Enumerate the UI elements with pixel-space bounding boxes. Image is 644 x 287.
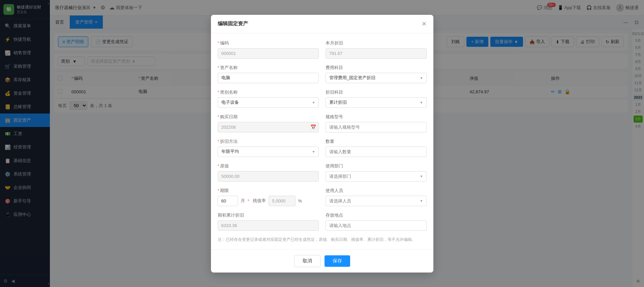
form-col-asset-name: * 资产名称 (218, 65, 319, 83)
period-unit-label: 月 (241, 198, 245, 204)
modal-header: 编辑固定资产 ✕ (211, 15, 433, 33)
quantity-input[interactable] (326, 147, 427, 157)
modal-overlay: 编辑固定资产 ✕ * 编码 本月折旧 (0, 0, 644, 287)
opening-accum-label: 期初累计折旧 (218, 212, 319, 218)
department-select[interactable] (326, 171, 427, 182)
form-col-period-residual: * 期限 月 * 残值率 % (218, 188, 319, 206)
category-label: * 类别名称 (218, 89, 319, 95)
code-label: * 编码 (218, 40, 319, 46)
edit-asset-modal: 编辑固定资产 ✕ * 编码 本月折旧 (211, 15, 433, 273)
depre-subject-label: 折旧科目 (326, 89, 427, 95)
location-input[interactable] (326, 220, 427, 231)
purchase-date-wrap: 📅 (218, 122, 319, 132)
form-row-3: * 类别名称 折旧科目 (218, 89, 427, 108)
form-col-code: * 编码 (218, 40, 319, 59)
form-col-quantity: 数量 (326, 138, 427, 157)
form-col-spec: 规格型号 (326, 114, 427, 132)
location-label: 存放地点 (326, 212, 427, 218)
monthly-depre-input[interactable] (326, 48, 427, 59)
residual-rate-input[interactable] (269, 196, 296, 206)
depre-subject-select-wrap (326, 97, 427, 108)
quantity-label: 数量 (326, 138, 427, 145)
form-col-depre-subject: 折旧科目 (326, 89, 427, 108)
modal-note: 注：已经存在变更记录或者对应固定资产已经生成凭证，原值、购买日期、残值率、累计折… (218, 237, 427, 243)
residual-rate-unit: % (298, 198, 302, 203)
form-row-2: * 资产名称 费用科目 (218, 65, 427, 83)
opening-accum-input[interactable] (218, 220, 319, 231)
modal-footer: 取消 保存 (211, 249, 433, 273)
residual-rate-required: * (248, 198, 249, 203)
form-col-location: 存放地点 (326, 212, 427, 231)
form-col-monthly-depre: 本月折旧 (326, 40, 427, 59)
calendar-icon[interactable]: 📅 (310, 124, 316, 130)
period-input[interactable] (218, 196, 238, 206)
form-col-category: * 类别名称 (218, 89, 319, 108)
purchase-date-label: * 购买日期 (218, 114, 319, 120)
expense-subject-select[interactable] (326, 73, 427, 83)
original-value-input[interactable] (218, 171, 319, 182)
form-col-purchase-date: * 购买日期 📅 (218, 114, 319, 132)
save-button[interactable]: 保存 (325, 255, 350, 267)
expense-subject-label: 费用科目 (326, 65, 427, 71)
department-label: 使用部门 (326, 163, 427, 169)
form-row-8: 期初累计折旧 存放地点 (218, 212, 427, 231)
form-row-6: * 原值 使用部门 (218, 163, 427, 182)
depre-method-select-wrap (218, 147, 319, 157)
department-select-wrap (326, 171, 427, 182)
expense-subject-select-wrap (326, 73, 427, 83)
code-input[interactable] (218, 48, 319, 59)
form-col-expense-subject: 费用科目 (326, 65, 427, 83)
person-select-wrap (326, 196, 427, 206)
monthly-depre-label: 本月折旧 (326, 40, 427, 46)
person-select[interactable] (326, 196, 427, 206)
depre-subject-select[interactable] (326, 97, 427, 108)
spec-input[interactable] (326, 122, 427, 132)
form-col-depre-method: * 折旧方法 (218, 138, 319, 157)
depre-method-label: * 折旧方法 (218, 138, 319, 145)
form-col-person: 使用人员 (326, 188, 427, 206)
modal-body: * 编码 本月折旧 * 资产名称 (211, 33, 433, 249)
original-value-label: * 原值 (218, 163, 319, 169)
category-select[interactable] (218, 97, 319, 108)
modal-title: 编辑固定资产 (218, 21, 248, 27)
depre-method-select[interactable] (218, 147, 319, 157)
purchase-date-input[interactable] (218, 122, 319, 132)
period-label: * 期限 (218, 188, 319, 194)
asset-name-input[interactable] (218, 73, 319, 83)
form-col-opening-accum: 期初累计折旧 (218, 212, 319, 231)
form-row-5: * 折旧方法 数量 (218, 138, 427, 157)
asset-name-label: * 资产名称 (218, 65, 319, 71)
cancel-button[interactable]: 取消 (294, 255, 320, 267)
category-select-wrap (218, 97, 319, 108)
modal-close-button[interactable]: ✕ (422, 20, 427, 28)
period-residual-group: 月 * 残值率 % (218, 196, 319, 206)
form-row-7: * 期限 月 * 残值率 % 使用人员 (218, 188, 427, 206)
form-col-original-value: * 原值 (218, 163, 319, 182)
form-col-department: 使用部门 (326, 163, 427, 182)
residual-rate-label: 残值率 (253, 198, 266, 204)
form-row-1: * 编码 本月折旧 (218, 40, 427, 59)
person-label: 使用人员 (326, 188, 427, 194)
form-row-4: * 购买日期 📅 规格型号 (218, 114, 427, 132)
spec-label: 规格型号 (326, 114, 427, 120)
